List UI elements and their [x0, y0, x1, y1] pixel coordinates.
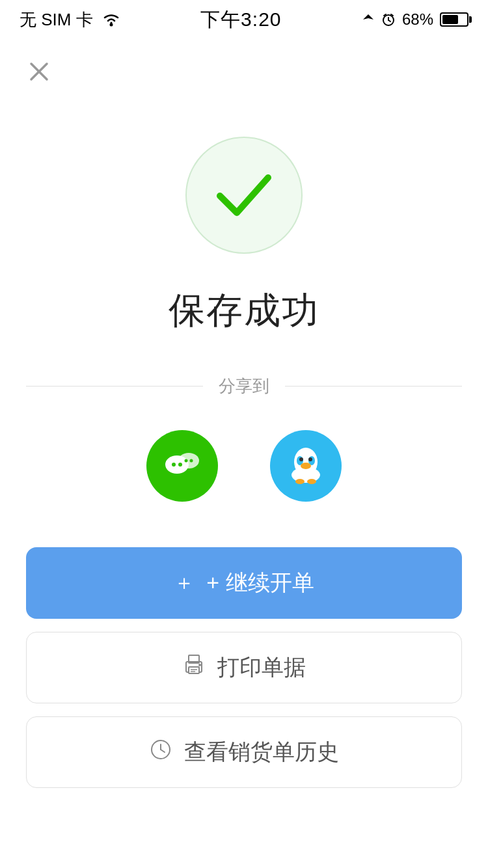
- share-label: 分享到: [203, 375, 285, 398]
- battery-icon: [440, 12, 468, 27]
- svg-point-18: [301, 463, 311, 469]
- close-button[interactable]: [20, 52, 59, 91]
- svg-point-7: [178, 453, 199, 468]
- svg-line-29: [161, 750, 165, 752]
- print-label: 打印单据: [217, 653, 306, 683]
- history-label: 查看销货单历史: [184, 737, 339, 767]
- svg-line-3: [388, 20, 390, 21]
- main-content: 保存成功 分享到: [0, 104, 488, 868]
- location-icon: [362, 13, 375, 26]
- share-divider: 分享到: [26, 375, 462, 398]
- svg-point-0: [109, 23, 113, 27]
- alarm-icon: [381, 12, 396, 27]
- svg-point-8: [172, 463, 176, 467]
- sim-status: 无 SIM 卡: [20, 8, 93, 31]
- printer-icon: [182, 654, 206, 681]
- svg-point-19: [295, 479, 305, 484]
- svg-point-16: [299, 457, 303, 461]
- history-button[interactable]: 查看销货单历史: [26, 716, 462, 788]
- share-section: 分享到: [26, 375, 462, 502]
- success-icon: [185, 137, 303, 254]
- actions: ＋ + 继续开单 打印单据: [26, 547, 462, 788]
- success-title: 保存成功: [169, 286, 319, 336]
- share-icons: [26, 430, 462, 502]
- status-right: 68%: [362, 10, 468, 29]
- qq-share-button[interactable]: [270, 430, 342, 502]
- continue-button[interactable]: ＋ + 继续开单: [26, 547, 462, 619]
- status-left: 无 SIM 卡: [20, 8, 120, 31]
- status-time: 下午3:20: [200, 7, 281, 33]
- svg-point-10: [185, 459, 188, 463]
- svg-point-11: [190, 459, 193, 463]
- clock-icon: [149, 738, 172, 766]
- svg-point-26: [198, 664, 201, 666]
- battery-percent: 68%: [402, 10, 433, 29]
- wifi-icon: [102, 12, 120, 27]
- print-button[interactable]: 打印单据: [26, 632, 462, 703]
- continue-label: + 继续开单: [206, 568, 314, 598]
- svg-rect-23: [189, 667, 199, 673]
- plus-icon: ＋: [174, 569, 195, 597]
- status-bar: 无 SIM 卡 下午3:20 68%: [0, 0, 488, 39]
- wechat-share-button[interactable]: [146, 430, 218, 502]
- svg-point-20: [307, 479, 316, 484]
- svg-point-9: [178, 463, 182, 467]
- svg-point-17: [308, 457, 312, 461]
